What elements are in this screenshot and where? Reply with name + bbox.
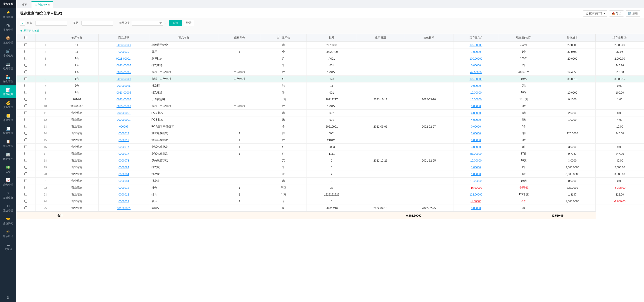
table-cell[interactable] [16,198,36,205]
row-checkbox[interactable] [24,98,27,101]
sidebar-item-企业协同[interactable]: 🤝 企业协同 [0,215,16,227]
table-cell[interactable] [16,184,36,191]
table-cell[interactable] [16,178,36,184]
sidebar-item-系统管理[interactable]: ⚙ 系统管理 [0,202,16,215]
table-cell[interactable] [16,103,36,110]
table-cell[interactable] [16,96,36,103]
search-button[interactable]: 查询 [169,20,182,26]
row-checkbox[interactable] [24,77,27,80]
sidebar-item-label: 库存核算 [3,93,13,96]
sidebar-item-经营管理[interactable]: 📈 经营管理 [0,176,16,189]
sidebar-item-固定资产[interactable]: 🏢 固定资产 [0,150,16,163]
table-cell[interactable] [16,191,36,198]
table-cell[interactable] [16,123,36,130]
table-cell[interactable] [16,150,36,157]
table-cell[interactable] [16,144,36,150]
sidebar-item-电商管理[interactable]: 💻 电商管理 [0,60,16,73]
row-checkbox[interactable] [24,91,27,94]
table-cell: 16 [36,144,55,150]
sidebar-item-新手引导[interactable]: 🎓 新手引导 [0,227,16,240]
tab-close-icon[interactable]: ✕ [48,4,50,6]
row-checkbox[interactable] [24,186,27,189]
goods-input[interactable] [82,21,113,26]
table-cell[interactable] [16,110,36,116]
sidebar-item-云应用[interactable]: ☁ 云应用 [0,240,16,253]
row-checkbox[interactable] [24,57,27,60]
row-checkbox[interactable] [24,70,27,73]
table-cell[interactable] [16,49,36,55]
sidebar-settings[interactable]: ⚙ [0,293,16,302]
table-cell[interactable] [16,62,36,69]
row-checkbox[interactable] [24,159,27,162]
table-cell: 2 [306,171,357,178]
table-cell[interactable] [16,55,36,62]
row-checkbox[interactable] [24,64,27,67]
row-checkbox[interactable] [24,138,27,141]
row-checkbox[interactable] [24,145,27,148]
row-checkbox[interactable] [24,200,27,203]
table-cell [404,184,454,191]
table-cell[interactable] [16,137,36,144]
row-checkbox[interactable] [24,193,27,196]
row-checkbox[interactable] [24,118,27,121]
row-checkbox[interactable] [24,166,27,169]
sidebar-item-label: 经营管理 [3,183,13,187]
row-checkbox[interactable] [24,43,27,46]
sidebar-item-工资[interactable]: 💵 工资 [0,163,16,176]
table-cell[interactable] [16,116,36,123]
table-cell: 批次次 [149,164,219,171]
table-cell[interactable] [16,164,36,171]
table-cell: 123456 [306,69,357,76]
sidebar-item-资金管理[interactable]: 💰 资金管理 [0,98,16,111]
table-row: 19营业综仓0000084批次次米11.000001米2,000.00002,0… [16,164,644,171]
row-checkbox[interactable] [24,206,27,209]
table-container[interactable]: 仓库名称 商品编码 商品名称 规格型号 主计量单位 批号 生产日期 失效日期 现… [16,34,644,302]
row-checkbox[interactable] [24,172,27,175]
filter-nav-btn[interactable]: › [20,21,25,26]
row-checkbox[interactable] [24,125,27,128]
table-cell: 23 [36,191,55,198]
category-select[interactable] [132,21,163,26]
sidebar-item-税务管理[interactable]: 📋 税务管理 [0,137,16,150]
col-exp-date: 失效日期 [404,34,454,42]
table-cell[interactable] [16,89,36,96]
row-checkbox[interactable] [24,50,27,53]
settings-button[interactable]: 设置 [184,20,194,26]
table-cell: 9.00 [596,144,644,150]
sidebar-item-基础信息[interactable]: ℹ 基础信息 [0,189,16,202]
tab-home[interactable]: 首页 [18,2,30,8]
row-checkbox[interactable] [24,152,27,155]
row-checkbox[interactable] [24,104,27,107]
row-checkbox[interactable] [24,84,27,87]
table-cell[interactable] [16,171,36,178]
sidebar-logo[interactable]: 搜索菜单 [0,0,16,8]
sidebar-item-发票管理[interactable]: 🧾 发票管理 [0,124,16,137]
warehouse-input[interactable] [35,21,67,26]
table-cell[interactable] [16,82,36,89]
row-checkbox[interactable] [24,132,27,134]
table-cell[interactable] [16,69,36,76]
tab-inventory-batch[interactable]: 库存批次▾ ✕ [31,1,53,8]
sidebar-item-采购管理[interactable]: 🏪 采购管理 [0,73,16,85]
table-cell: 13 [36,123,55,130]
export-button[interactable]: 📤 导出 [609,11,624,17]
table-cell[interactable] [16,157,36,164]
sidebar-item-批发管理[interactable]: 📦 批发管理 [0,34,16,47]
table-cell[interactable] [16,130,36,137]
table-cell: 0瓶 [498,205,549,212]
expand-conditions-btn[interactable]: ▼ 展开更多条件 [20,29,640,33]
table-cell[interactable] [16,42,36,49]
refresh-button[interactable]: 🔄 刷新 [626,11,640,17]
sidebar-item-零售管理[interactable]: 🛍 零售管理 [0,21,16,34]
sidebar-item-总账管理[interactable]: 📒 总账管理 [0,111,16,124]
table-cell[interactable] [16,76,36,82]
sidebar-item-库存核算[interactable]: 📊 库存核算 [0,85,16,98]
row-checkbox[interactable] [24,179,27,182]
sidebar-item-小鲸电商[interactable]: 🛒 小鲸电商 [0,47,16,60]
table-cell: 1 [306,164,357,171]
row-checkbox[interactable] [24,111,27,114]
select-all-checkbox[interactable] [24,36,27,39]
table-cell[interactable] [16,205,36,212]
print-button[interactable]: 🖨 按模板打印 ▾ [583,11,607,17]
sidebar-item-快捷导航[interactable]: ⚡ 快捷导航 [0,8,16,21]
